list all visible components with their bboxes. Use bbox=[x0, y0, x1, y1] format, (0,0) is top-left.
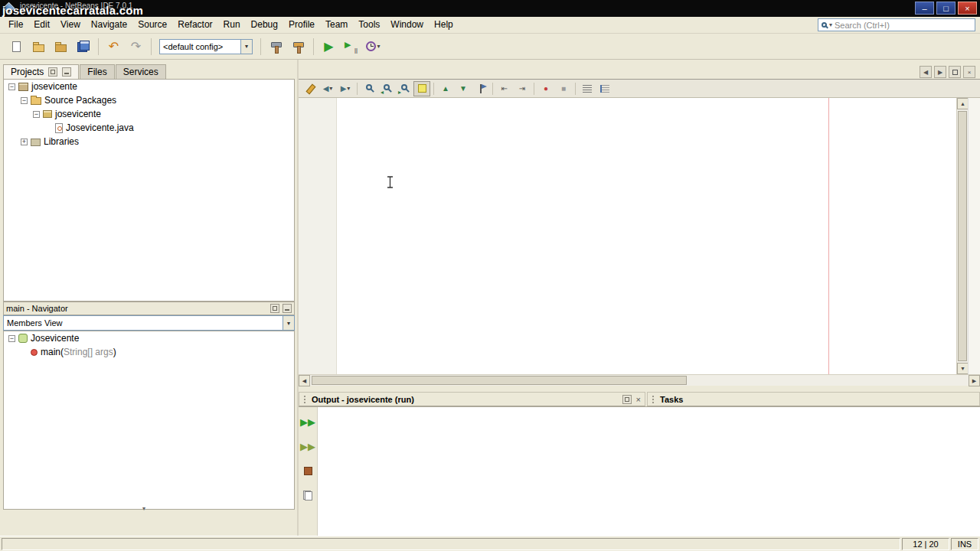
editor-vertical-scrollbar[interactable]: ▲ ▼ bbox=[956, 98, 968, 374]
open-project-button[interactable] bbox=[51, 36, 71, 57]
horizontal-scrollbar-thumb[interactable] bbox=[312, 376, 687, 385]
start-macro-button[interactable]: ● bbox=[537, 81, 554, 96]
menu-window[interactable]: Window bbox=[385, 17, 429, 33]
tree-item[interactable]: −josevicente bbox=[4, 107, 294, 121]
menu-edit[interactable]: Edit bbox=[28, 17, 55, 33]
search-dropdown-icon[interactable]: ▾ bbox=[829, 21, 832, 28]
tree-item-label: josevicente bbox=[31, 81, 77, 92]
maximize-editor-icon[interactable] bbox=[949, 66, 961, 78]
tree-item[interactable]: main(String[] args) bbox=[4, 345, 294, 359]
navigator-view-select[interactable]: Members View ▾ bbox=[3, 315, 295, 331]
expand-minus-icon[interactable]: − bbox=[33, 111, 40, 118]
stop-macro-button[interactable]: ■ bbox=[555, 81, 572, 96]
output-lines[interactable] bbox=[318, 410, 980, 536]
uncomment-button[interactable] bbox=[596, 81, 613, 96]
minimize-button[interactable]: – bbox=[915, 2, 934, 15]
editor-horizontal-scrollbar[interactable]: ◀ ▶ bbox=[299, 374, 980, 386]
rerun-debug-button[interactable]: ▶▶ bbox=[298, 436, 318, 457]
editor-gutter[interactable] bbox=[299, 98, 337, 374]
combo-dropdown-icon[interactable]: ▾ bbox=[283, 316, 294, 330]
minimize-window-icon[interactable] bbox=[62, 67, 71, 77]
scroll-tabs-right-icon[interactable]: ▶ bbox=[934, 66, 946, 78]
expand-minus-icon[interactable]: − bbox=[8, 83, 15, 90]
menu-debug[interactable]: Debug bbox=[246, 17, 283, 33]
titlebar[interactable]: josevicente - NetBeans IDE 7.0.1 josevic… bbox=[0, 0, 980, 17]
expand-plus-icon[interactable]: + bbox=[21, 139, 28, 145]
scroll-up-icon[interactable]: ▲ bbox=[957, 98, 969, 109]
run-button[interactable]: ▶ bbox=[318, 36, 339, 57]
scroll-down-icon[interactable]: ▼ bbox=[957, 363, 969, 374]
menu-refactor[interactable]: Refactor bbox=[172, 17, 217, 33]
profile-button[interactable]: ▾ bbox=[363, 36, 384, 57]
tab-projects[interactable]: Projects bbox=[3, 64, 79, 79]
editor[interactable]: ▲ ▼ bbox=[299, 98, 980, 374]
menu-team[interactable]: Team bbox=[320, 17, 353, 33]
tree-item[interactable]: −Source Packages bbox=[4, 93, 294, 107]
vertical-scrollbar-thumb[interactable] bbox=[958, 111, 967, 361]
menu-tools[interactable]: Tools bbox=[353, 17, 385, 33]
tab-services[interactable]: Services bbox=[116, 64, 166, 79]
back-button[interactable]: ◀▾ bbox=[319, 81, 336, 96]
shift-right-button[interactable]: ⇥ bbox=[514, 81, 531, 96]
expand-minus-icon[interactable]: − bbox=[8, 335, 15, 342]
scroll-right-icon[interactable]: ▶ bbox=[969, 375, 980, 386]
clean-build-button[interactable] bbox=[288, 36, 309, 57]
menu-file[interactable]: File bbox=[3, 17, 28, 33]
run-icon: ▶ bbox=[324, 41, 333, 53]
debug-button[interactable] bbox=[341, 36, 361, 57]
comment-button[interactable] bbox=[579, 81, 596, 96]
menu-run[interactable]: Run bbox=[218, 17, 246, 33]
rerun-button[interactable]: ▶▶ bbox=[298, 412, 318, 432]
build-button[interactable] bbox=[266, 36, 286, 57]
float-window-icon[interactable] bbox=[270, 304, 279, 313]
maximize-button[interactable]: □ bbox=[936, 2, 956, 15]
expand-minus-icon[interactable]: − bbox=[21, 97, 28, 104]
menu-help[interactable]: Help bbox=[429, 17, 459, 33]
stop-build-button[interactable] bbox=[298, 461, 318, 481]
tasks-panel-tab[interactable]: Tasks bbox=[647, 392, 980, 406]
menu-navigate[interactable]: Navigate bbox=[86, 17, 132, 33]
minimize-window-icon[interactable] bbox=[283, 304, 292, 313]
tree-item[interactable]: −josevicente bbox=[4, 80, 294, 93]
output-panel-tab[interactable]: Output - josevicente (run) × bbox=[299, 392, 645, 406]
menu-source[interactable]: Source bbox=[132, 17, 172, 33]
float-window-icon[interactable] bbox=[48, 67, 57, 77]
save-all-button[interactable] bbox=[73, 36, 93, 57]
float-output-icon[interactable] bbox=[622, 395, 632, 404]
menu-profile[interactable]: Profile bbox=[283, 17, 320, 33]
close-document-icon[interactable]: × bbox=[963, 66, 975, 78]
find-selection-button[interactable] bbox=[361, 81, 377, 96]
find-previous-button[interactable]: ◂ bbox=[378, 81, 395, 96]
explorer-tabs: ProjectsFilesServices bbox=[3, 64, 295, 79]
new-file-button[interactable] bbox=[6, 36, 27, 57]
scroll-tabs-left-icon[interactable]: ◀ bbox=[920, 66, 932, 78]
find-next-button[interactable]: ▸ bbox=[396, 81, 413, 96]
close-output-icon[interactable]: × bbox=[636, 395, 641, 404]
tree-item[interactable]: Josevicente.java bbox=[4, 121, 294, 135]
close-button[interactable]: × bbox=[958, 2, 977, 15]
error-stripe[interactable] bbox=[968, 98, 980, 374]
tree-item[interactable]: −Josevicente bbox=[4, 331, 294, 345]
build-icon bbox=[270, 41, 282, 52]
combo-dropdown-icon[interactable]: ▾ bbox=[240, 40, 252, 54]
navigator-tree[interactable]: −Josevicentemain(String[] args) bbox=[3, 331, 295, 510]
navigator-header[interactable]: main - Navigator bbox=[3, 302, 295, 315]
forward-button[interactable]: ▶▾ bbox=[337, 81, 354, 96]
clear-output-button[interactable] bbox=[298, 485, 318, 506]
scroll-left-icon[interactable]: ◀ bbox=[299, 375, 310, 386]
previous-occurrence-button[interactable]: ▲ bbox=[437, 81, 454, 96]
toggle-highlight-button[interactable] bbox=[413, 81, 430, 96]
projects-tree[interactable]: −josevicente−Source Packages−josevicente… bbox=[3, 79, 295, 302]
tree-item[interactable]: +Libraries bbox=[4, 135, 294, 148]
next-occurrence-button[interactable]: ▼ bbox=[455, 81, 472, 96]
new-project-button[interactable] bbox=[28, 36, 49, 57]
last-edit-button[interactable] bbox=[302, 81, 318, 96]
undo-button[interactable]: ↶ bbox=[103, 36, 124, 57]
toggle-bookmark-button[interactable] bbox=[472, 81, 489, 96]
redo-button[interactable]: ↷ bbox=[126, 36, 146, 57]
shift-left-button[interactable]: ⇤ bbox=[496, 81, 513, 96]
config-select[interactable]: <default config>▾ bbox=[159, 39, 253, 54]
tab-files[interactable]: Files bbox=[80, 64, 114, 79]
menu-view[interactable]: View bbox=[55, 17, 86, 33]
search-box[interactable]: ▾ Search (Ctrl+I) bbox=[818, 18, 975, 31]
